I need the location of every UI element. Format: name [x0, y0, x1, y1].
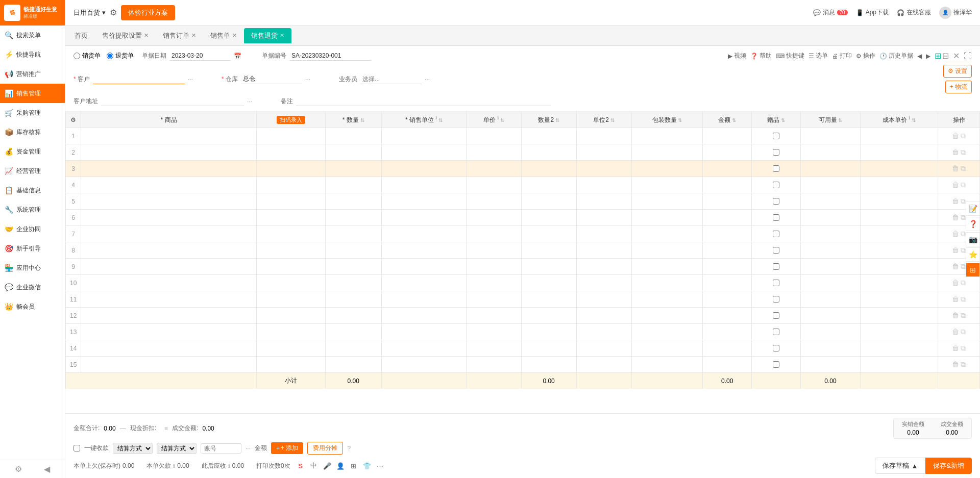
qty-cell-8[interactable] — [325, 242, 381, 259]
qty-cell-2[interactable] — [325, 144, 381, 161]
sidebar-item-9[interactable]: 🔧 系统管理 — [0, 200, 65, 219]
qty-cell-7[interactable] — [325, 226, 381, 242]
copy-row-11[interactable]: ⧉ — [961, 295, 966, 304]
amount-cell-6[interactable] — [703, 210, 752, 226]
tab-close-1[interactable]: ✕ — [144, 32, 149, 39]
qty-cell-6[interactable] — [325, 210, 381, 226]
available-cell-8[interactable] — [800, 242, 861, 259]
sidebar-item-6[interactable]: 💰 资金管理 — [0, 142, 65, 161]
sidebar-item-1[interactable]: ⚡ 快捷导航 — [0, 45, 65, 64]
tool-mic[interactable]: 🎤 — [321, 460, 333, 472]
delete-row-1[interactable]: 🗑 — [952, 132, 959, 140]
amount-cell-11[interactable] — [703, 291, 752, 308]
copy-row-3[interactable]: ⧉ — [961, 164, 966, 173]
copy-row-5[interactable]: ⧉ — [961, 197, 966, 206]
product-cell-12[interactable] — [81, 308, 256, 324]
gift-checkbox-9[interactable] — [773, 263, 779, 270]
calendar-icon[interactable]: 📅 — [234, 53, 241, 60]
gift-checkbox-12[interactable] — [773, 312, 779, 319]
gift-cell-7[interactable] — [752, 226, 801, 242]
settlement-select[interactable]: 结算方式 — [113, 443, 153, 454]
qty-cell-10[interactable] — [325, 275, 381, 291]
unit-cell-11[interactable] — [381, 291, 466, 308]
pkg-cell-6[interactable] — [631, 210, 703, 226]
staff-input[interactable] — [360, 74, 422, 84]
qty-cell-12[interactable] — [325, 308, 381, 324]
qty2-cell-9[interactable] — [521, 259, 576, 275]
department-select[interactable]: 日用百货 ▾ — [74, 8, 106, 17]
available-cell-12[interactable] — [800, 308, 861, 324]
amount-cell-5[interactable] — [703, 193, 752, 210]
product-cell-2[interactable] — [81, 144, 256, 161]
gift-checkbox-14[interactable] — [773, 345, 779, 351]
delete-row-10[interactable]: 🗑 — [952, 279, 959, 287]
unit-cell-12[interactable] — [381, 308, 466, 324]
gift-cell-2[interactable] — [752, 144, 801, 161]
unit2-cell-6[interactable] — [576, 210, 631, 226]
copy-row-15[interactable]: ⧉ — [961, 360, 966, 369]
pkg-cell-3[interactable] — [631, 161, 703, 177]
gift-cell-14[interactable] — [752, 340, 801, 357]
delete-row-2[interactable]: 🗑 — [952, 148, 959, 156]
unit2-cell-9[interactable] — [576, 259, 631, 275]
price-cell-12[interactable] — [467, 308, 521, 324]
price-cell-7[interactable] — [467, 226, 521, 242]
gift-cell-13[interactable] — [752, 324, 801, 340]
tab-close-3[interactable]: ✕ — [232, 32, 237, 39]
pkg-cell-1[interactable] — [631, 128, 703, 144]
sidebar-item-12[interactable]: 🏪 应用中心 — [0, 258, 65, 278]
grid-view-btn[interactable]: ⊞ — [935, 51, 941, 61]
warehouse-dots[interactable]: ··· — [305, 76, 310, 83]
sidebar-item-0[interactable]: 🔍 搜索菜单 — [0, 26, 65, 45]
price-cell-9[interactable] — [467, 259, 521, 275]
delete-row-5[interactable]: 🗑 — [952, 197, 959, 205]
pkg-cell-2[interactable] — [631, 144, 703, 161]
gift-cell-4[interactable] — [752, 177, 801, 193]
sidebar-item-10[interactable]: 🤝 企业协同 — [0, 219, 65, 239]
sidebar-item-14[interactable]: 👑 畅会员 — [0, 297, 65, 316]
unit2-cell-7[interactable] — [576, 226, 631, 242]
gift-checkbox-6[interactable] — [773, 214, 779, 221]
unit2-cell-12[interactable] — [576, 308, 631, 324]
close-tab-btn[interactable]: ✕ — [953, 51, 960, 61]
delete-row-4[interactable]: 🗑 — [952, 181, 959, 189]
unit-cell-2[interactable] — [381, 144, 466, 161]
qty-cell-13[interactable] — [325, 324, 381, 340]
cost-cell-9[interactable] — [861, 259, 938, 275]
delete-row-12[interactable]: 🗑 — [952, 311, 959, 319]
gift-checkbox-13[interactable] — [773, 329, 779, 335]
gift-checkbox-1[interactable] — [773, 133, 779, 139]
qty2-cell-13[interactable] — [521, 324, 576, 340]
add-payment-btn[interactable]: + + 添加 — [271, 442, 303, 454]
qty-cell-9[interactable] — [325, 259, 381, 275]
one-click-payment-checkbox[interactable] — [74, 445, 80, 451]
help-btn[interactable]: ❓ 帮助 — [750, 52, 772, 60]
qty2-cell-3[interactable] — [521, 161, 576, 177]
product-cell-3[interactable] — [81, 161, 256, 177]
product-cell-1[interactable] — [81, 128, 256, 144]
cost-cell-5[interactable] — [861, 193, 938, 210]
float-grid-btn[interactable]: ⊞ — [966, 263, 980, 277]
tab-close-4[interactable]: ✕ — [280, 32, 284, 39]
product-cell-6[interactable] — [81, 210, 256, 226]
product-cell-8[interactable] — [81, 242, 256, 259]
col-price[interactable]: 单价 ℹ — [467, 112, 521, 128]
cost-cell-13[interactable] — [861, 324, 938, 340]
cost-cell-1[interactable] — [861, 128, 938, 144]
gift-cell-9[interactable] — [752, 259, 801, 275]
unit-cell-14[interactable] — [381, 340, 466, 357]
qty2-cell-2[interactable] — [521, 144, 576, 161]
copy-row-1[interactable]: ⧉ — [961, 132, 966, 140]
unit2-cell-1[interactable] — [576, 128, 631, 144]
available-cell-13[interactable] — [800, 324, 861, 340]
copy-row-6[interactable]: ⧉ — [961, 213, 966, 222]
available-cell-15[interactable] — [800, 357, 861, 373]
cost-cell-11[interactable] — [861, 291, 938, 308]
delete-row-8[interactable]: 🗑 — [952, 246, 959, 254]
price-cell-6[interactable] — [467, 210, 521, 226]
unit2-cell-15[interactable] — [576, 357, 631, 373]
col-unit[interactable]: * 销售单位 ℹ — [381, 112, 466, 128]
pkg-cell-13[interactable] — [631, 324, 703, 340]
address-input[interactable] — [101, 96, 244, 106]
sidebar-settings-icon[interactable]: ⚙ — [15, 464, 22, 474]
